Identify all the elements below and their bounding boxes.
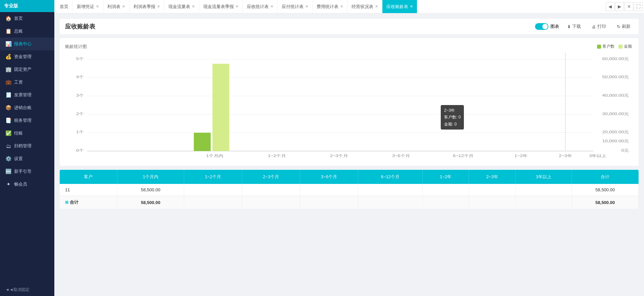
sidebar-label-settings: 设置 <box>14 156 23 162</box>
sidebar-item-invoice[interactable]: 🧾发票管理 <box>0 89 54 101</box>
cell-0-8 <box>515 184 572 196</box>
tab-close-profit_quarter[interactable]: ✕ <box>157 4 160 9</box>
tab-close-btn[interactable]: ✕ <box>625 2 633 11</box>
sidebar-item-sales[interactable]: 📦进销台账 <box>0 101 54 114</box>
tab-close-aging[interactable]: ✕ <box>410 4 413 9</box>
sidebar-label-assets: 固定资产 <box>14 66 32 72</box>
cell-0-1: 58,500.00 <box>117 184 184 196</box>
tab-close-cashflow_quarter[interactable]: ✕ <box>235 4 238 9</box>
tab-operations[interactable]: 经营状况表✕ <box>347 0 382 13</box>
svg-text:2~3个月: 2~3个月 <box>330 153 348 158</box>
tab-label-operations: 经营状况表 <box>352 4 373 10</box>
sidebar-icon-salary: 💼 <box>5 79 11 85</box>
svg-text:5个: 5个 <box>76 56 84 61</box>
sidebar-item-vip[interactable]: ✦畅会员 <box>0 178 54 191</box>
sidebar-item-funds[interactable]: 💰资金管理 <box>0 50 54 63</box>
tab-home[interactable]: 首页 <box>56 0 73 13</box>
svg-text:10,000.00元: 10,000.00元 <box>602 139 629 143</box>
chart-toggle[interactable] <box>535 23 548 30</box>
tab-profit[interactable]: 利润表✕ <box>103 0 129 13</box>
chart-svg: 5个 4个 3个 2个 1个 0个 60,000.00元 50,000.00元 … <box>65 53 633 160</box>
cell-0-0: 11 <box>60 184 117 196</box>
print-btn[interactable]: 🖨 打印 <box>589 22 609 31</box>
tab-close-payable[interactable]: ✕ <box>305 4 308 9</box>
tab-close-receivable[interactable]: ✕ <box>270 4 273 9</box>
legend-customers-dot <box>597 45 601 49</box>
footer-cell-6 <box>423 196 469 209</box>
svg-text:60,000.00元: 60,000.00元 <box>602 56 629 61</box>
sidebar-label-salary: 工资 <box>14 79 23 85</box>
svg-text:1~2年: 1~2年 <box>515 153 528 158</box>
sidebar-label-sales: 进销台账 <box>14 105 32 111</box>
sidebar-item-salary[interactable]: 💼工资 <box>0 76 54 89</box>
tab-label-receivable: 应收统计表 <box>247 4 269 10</box>
tab-close-voucher[interactable]: ✕ <box>96 4 99 9</box>
tab-close-profit[interactable]: ✕ <box>122 4 125 9</box>
sidebar-icon-ledger: 📋 <box>5 28 11 34</box>
sidebar-item-checkout[interactable]: ✅结账 <box>0 127 54 140</box>
sidebar-item-home[interactable]: 🏠首页 <box>0 12 54 25</box>
tab-aging[interactable]: 应收账龄表✕ <box>382 0 417 13</box>
sidebar-icon-assets: 🏢 <box>5 66 11 72</box>
sidebar-label-reports: 报表中心 <box>14 41 32 47</box>
tab-profit_quarter[interactable]: 利润表季报✕ <box>129 0 164 13</box>
sidebar-label-ledger: 总账 <box>14 28 23 34</box>
tab-prev-btn[interactable]: ◀ <box>606 2 614 11</box>
legend-amount-label: 金额 <box>624 44 632 49</box>
sidebar-icon-guide: 🆕 <box>5 168 11 175</box>
tab-close-cashflow[interactable]: ✕ <box>192 4 195 9</box>
footer-cell-5 <box>358 196 422 209</box>
tab-voucher[interactable]: 新增凭证✕ <box>73 0 103 13</box>
cell-0-7 <box>469 184 515 196</box>
page-header: 应收账龄表 图表 ⬇ 下载 🖨 打印 ↻ 刷新 <box>60 19 639 34</box>
tab-payable[interactable]: 应付统计表✕ <box>278 0 313 13</box>
col-header-6: 1~2年 <box>423 170 469 184</box>
sidebar-item-ledger[interactable]: 📋总账 <box>0 25 54 38</box>
sidebar-item-archive[interactable]: 🗂归档管理 <box>0 140 54 152</box>
sidebar-label-tax: 税务管理 <box>14 117 32 124</box>
sidebar-icon-archive: 🗂 <box>5 143 11 149</box>
col-header-0: 客户 <box>60 170 117 184</box>
cell-0-2 <box>184 184 242 196</box>
col-header-1: 1个月内 <box>117 170 184 184</box>
tab-label-home: 首页 <box>60 4 68 10</box>
svg-text:1个月内: 1个月内 <box>206 153 223 158</box>
sidebar-item-tax[interactable]: 📑税务管理 <box>0 114 54 127</box>
refresh-btn[interactable]: ↻ 刷新 <box>614 22 633 31</box>
sidebar-icon-invoice: 🧾 <box>5 92 11 98</box>
col-header-3: 2~3个月 <box>242 170 300 184</box>
legend-customers-label: 客户数 <box>602 44 614 49</box>
sidebar-collapse-btn[interactable]: ◄◄取消固定 <box>0 284 54 296</box>
sidebar-item-assets[interactable]: 🏢固定资产 <box>0 63 54 76</box>
footer-cell-9: 58,500.00 <box>572 196 638 209</box>
tab-close-expense[interactable]: ✕ <box>340 4 343 9</box>
bar-amount-1m <box>212 64 229 151</box>
tab-receivable[interactable]: 应收统计表✕ <box>243 0 278 13</box>
tab-close-operations[interactable]: ✕ <box>375 4 378 9</box>
tab-expand-btn[interactable]: ⛶ <box>634 2 643 11</box>
sidebar-label-guide: 新手引导 <box>14 168 32 175</box>
tab-expense[interactable]: 费用统计表✕ <box>313 0 347 13</box>
legend-amount-dot <box>619 45 623 49</box>
sidebar-item-guide[interactable]: 🆕新手引导 <box>0 165 54 178</box>
sidebar-icon-home: 🏠 <box>5 15 11 21</box>
tab-next-btn[interactable]: ▶ <box>615 2 624 11</box>
tab-label-payable: 应付统计表 <box>282 4 304 10</box>
sidebar-label-invoice: 发票管理 <box>14 92 32 98</box>
tab-cashflow[interactable]: 现金流量表✕ <box>164 0 199 13</box>
svg-text:2~3年: 2~3年 <box>559 153 572 158</box>
tab-label-expense: 费用统计表 <box>317 4 338 10</box>
download-btn[interactable]: ⬇ 下载 <box>565 22 584 31</box>
chart-section: 账龄统计图 客户数 金额 5个 4个 3个 2个 1个 <box>60 38 639 166</box>
sidebar-icon-sales: 📦 <box>5 105 11 111</box>
svg-text:2个: 2个 <box>76 111 84 116</box>
svg-text:1~2个月: 1~2个月 <box>268 153 286 158</box>
chart-toggle-wrap: 图表 <box>535 23 559 30</box>
sidebar-item-reports[interactable]: 📊报表中心 <box>0 38 54 50</box>
legend-customers: 客户数 <box>597 44 614 49</box>
tab-label-aging: 应收账龄表 <box>386 4 408 10</box>
sidebar-item-settings[interactable]: ⚙️设置 <box>0 152 54 165</box>
tab-label-profit: 利润表 <box>107 4 120 10</box>
cell-0-3 <box>242 184 300 196</box>
tab-cashflow_quarter[interactable]: 现金流量表季报✕ <box>199 0 243 13</box>
